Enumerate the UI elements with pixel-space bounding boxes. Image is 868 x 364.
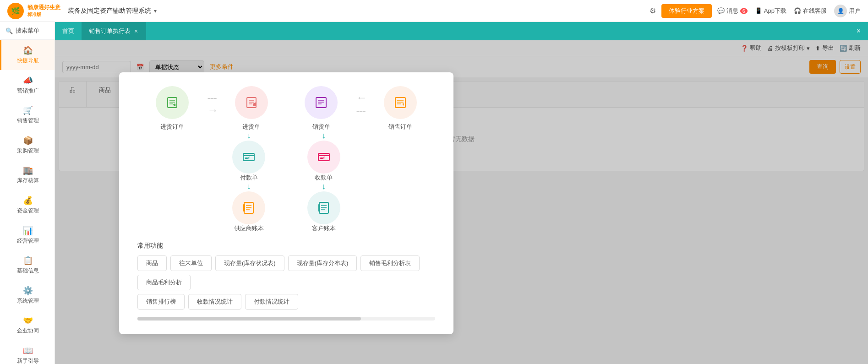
sidebar-item-finance[interactable]: 💰 资金管理 — [0, 190, 55, 220]
basic-icon: 📋 — [23, 255, 33, 266]
top-right-area: 💬 消息 6 📱 App下载 🎧 在线客服 👤 用户 — [717, 5, 861, 17]
func-btn-4[interactable]: 销售毛利分析表 — [360, 255, 420, 271]
system-dropdown-button[interactable]: ▾ — [154, 8, 157, 14]
supplier-ledger-icon — [232, 191, 265, 224]
sales-bill-icon — [305, 86, 338, 119]
inventory-icon: 🏬 — [23, 165, 33, 175]
sidebar-item-quick-nav[interactable]: 🏠 快捷导航 — [0, 40, 55, 70]
user-avatar-area[interactable]: 👤 用户 — [834, 5, 861, 17]
flow-node-sales-bill[interactable]: 销货单 — [286, 86, 356, 131]
svg-rect-9 — [316, 98, 326, 108]
sidebar-item-operations[interactable]: 📊 经营管理 — [0, 220, 55, 250]
func-btn-7[interactable]: 收款情况统计 — [188, 294, 241, 310]
sidebar-nav: 🏠 快捷导航 📣 营销推广 🛒 销售管理 📦 采购管理 🏬 库存核 — [0, 40, 55, 364]
flow-row-3: 供应商账本 客户账本 — [137, 191, 435, 233]
svg-rect-13 — [395, 98, 405, 108]
popup-overlay[interactable]: 进货订单 - - - → — [55, 40, 868, 364]
flow-arrow-1-2: - - - → — [207, 91, 217, 117]
arrow-payment-out-down: ↓ — [212, 182, 285, 191]
svg-text:¥: ¥ — [322, 156, 325, 160]
arrow-sales-bill-down: ↓ — [287, 131, 360, 141]
tab-home[interactable]: 首页 — [55, 22, 82, 40]
system-name: 装备及固定资产辅助管理系统 ▾ — [68, 7, 644, 15]
tab-bar-close-button[interactable]: × — [849, 27, 868, 35]
logo-area: 🌿 畅康通好生意 标准版 — [7, 3, 62, 19]
page-content: ❓ 帮助 🖨 按模板打印 ▾ ⬆ 导出 🔄 刷新 — [55, 40, 868, 364]
flow-node-payment-in[interactable]: ¥ 收款单 — [287, 141, 360, 182]
arrow-purchase-bill-down: ↓ — [212, 131, 285, 141]
guide-icon: 📖 — [23, 346, 33, 356]
popup-panel: 进货订单 - - - → — [119, 72, 453, 334]
flow-arrow-4-3: ← - - - — [356, 91, 366, 117]
svg-point-0 — [164, 94, 180, 111]
phone-icon: 📱 — [755, 7, 762, 14]
flow-row-2: ¥ 付款单 ¥ 收款单 — [137, 141, 435, 182]
payment-in-icon: ¥ — [307, 141, 340, 174]
popup-scrollbar-area — [137, 317, 435, 321]
func-btn-1[interactable]: 往来单位 — [170, 255, 212, 271]
sidebar-item-corp[interactable]: 🤝 企业协同 — [0, 310, 55, 340]
func-btn-6[interactable]: 销售排行榜 — [137, 294, 185, 310]
tab-sales-exec[interactable]: 销售订单执行表 × — [82, 22, 146, 40]
svg-text:¥: ¥ — [247, 156, 250, 160]
operations-icon: 📊 — [23, 226, 33, 236]
tab-close-button[interactable]: × — [133, 27, 139, 36]
settings-gear-button[interactable]: ⚙ — [650, 6, 656, 15]
logo-text: 畅康通好生意 标准版 — [27, 4, 60, 17]
app-download-button[interactable]: 📱 App下载 — [755, 7, 786, 15]
flow-node-sales-order[interactable]: 销售订单 — [366, 86, 436, 131]
svg-rect-26 — [243, 204, 245, 212]
flow-vrow-1: ↓ ↓ — [137, 131, 435, 141]
online-service-button[interactable]: 🎧 在线客服 — [794, 7, 827, 15]
payment-out-icon: ¥ — [232, 141, 265, 174]
func-btn-5[interactable]: 商品毛利分析 — [137, 275, 191, 290]
flow-row-1: 进货订单 - - - → — [137, 86, 435, 131]
func-btn-8[interactable]: 付款情况统计 — [245, 294, 298, 310]
sidebar-item-system[interactable]: ⚙️ 系统管理 — [0, 280, 55, 310]
func-buttons-container: 商品 往来单位 现存量(库存状况表) 现存量(库存分布表) 销售毛利分析表 商品… — [137, 255, 435, 290]
search-icon: 🔍 — [5, 27, 13, 34]
svg-rect-31 — [318, 204, 320, 212]
sales-order-icon — [384, 86, 417, 119]
search-menu-button[interactable]: 🔍 搜索菜单 — [0, 22, 55, 40]
sidebar-item-purchase[interactable]: 📦 采购管理 — [0, 130, 55, 160]
flow-node-payment-out[interactable]: ¥ 付款单 — [212, 141, 285, 182]
finance-icon: 💰 — [23, 196, 33, 206]
flow-node-purchase-bill[interactable]: 进货单 — [217, 86, 287, 131]
flow-node-supplier-ledger[interactable]: 供应商账本 — [212, 191, 285, 233]
logo-icon: 🌿 — [7, 3, 24, 19]
flow-node-purchase-order[interactable]: 进货订单 — [137, 86, 207, 131]
customer-ledger-icon — [307, 191, 340, 224]
sales-icon: 🛒 — [23, 105, 33, 115]
tab-bar: 首页 销售订单执行表 × × — [55, 22, 868, 40]
top-bar: 🌿 畅康通好生意 标准版 装备及固定资产辅助管理系统 ▾ ⚙ 体验行业方案 💬 … — [0, 0, 868, 22]
svg-rect-25 — [244, 202, 253, 213]
sidebar: 🔍 搜索菜单 🏠 快捷导航 📣 营销推广 🛒 销售管理 📦 — [0, 22, 55, 364]
popup-scrollbar[interactable] — [137, 317, 435, 321]
home-icon: 🏠 — [23, 45, 33, 55]
avatar: 👤 — [834, 5, 847, 17]
func-btn-0[interactable]: 商品 — [137, 255, 167, 271]
message-icon: 💬 — [717, 7, 725, 14]
service-icon: 🎧 — [794, 7, 801, 14]
func-btn-3[interactable]: 现存量(库存分布表) — [288, 255, 357, 271]
sidebar-item-inventory[interactable]: 🏬 库存核算 — [0, 160, 55, 190]
purchase-bill-icon — [235, 86, 268, 119]
system-icon: ⚙️ — [23, 286, 33, 296]
svg-rect-30 — [319, 202, 328, 213]
corp-icon: 🤝 — [23, 315, 33, 326]
sidebar-item-sales[interactable]: 🛒 销售管理 — [0, 100, 55, 130]
arrow-payment-in-down: ↓ — [287, 182, 360, 191]
sidebar-item-basic[interactable]: 📋 基础信息 — [0, 250, 55, 280]
trial-button[interactable]: 体验行业方案 — [661, 4, 712, 18]
purchase-icon: 📦 — [23, 136, 33, 146]
func-btn-2[interactable]: 现存量(库存状况表) — [215, 255, 284, 271]
sidebar-item-guide[interactable]: 📖 新手引导 — [0, 340, 55, 364]
flow-node-customer-ledger[interactable]: 客户账本 — [287, 191, 360, 233]
sidebar-item-marketing[interactable]: 📣 营销推广 — [0, 70, 55, 100]
flow-vrow-2: ↓ ↓ — [137, 182, 435, 191]
svg-rect-1 — [168, 98, 177, 108]
common-functions-section: 常用功能 商品 往来单位 现存量(库存状况表) 现存量(库存分布表) 销售毛利分… — [137, 242, 435, 310]
content-area: 首页 销售订单执行表 × × ❓ 帮助 🖨 按 — [55, 22, 868, 364]
message-button[interactable]: 💬 消息 6 — [717, 7, 748, 15]
